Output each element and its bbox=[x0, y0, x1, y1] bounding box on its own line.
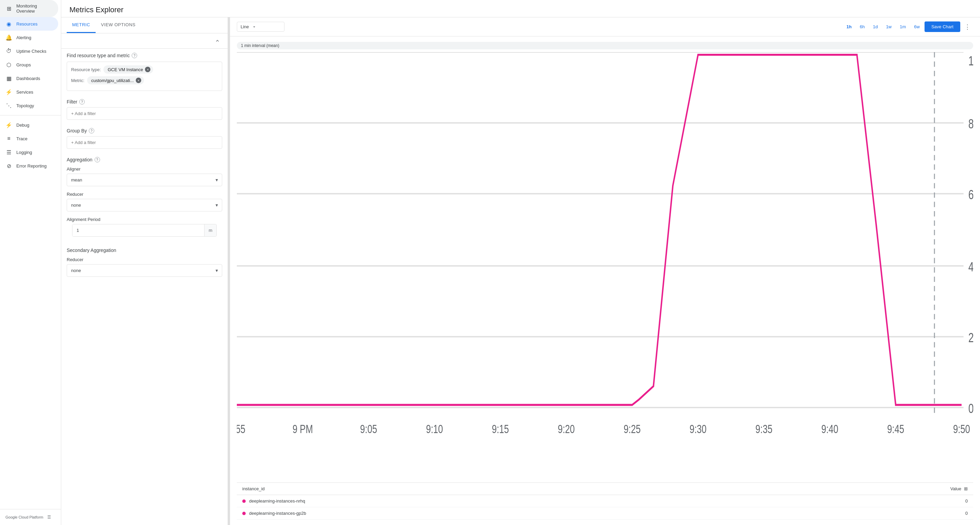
sidebar-item-uptime-checks[interactable]: ⏱ Uptime Checks bbox=[0, 44, 58, 58]
resource-type-row: Resource type: GCE VM Instance × bbox=[71, 65, 218, 73]
reducer-label: Reducer bbox=[67, 191, 222, 197]
legend-dot-1 bbox=[242, 512, 246, 515]
chart-container: 0 20 40 60 80 100 8:5 bbox=[237, 52, 973, 480]
page-header: Metrics Explorer bbox=[61, 0, 980, 18]
sidebar-item-dashboards[interactable]: ▦ Dashboards bbox=[0, 72, 58, 85]
groups-icon: ⬡ bbox=[5, 61, 12, 68]
sidebar-footer: Google Cloud Platform ☰ bbox=[0, 509, 61, 525]
aligner-select[interactable]: mean sum min max bbox=[67, 174, 222, 186]
dashboards-icon: ▦ bbox=[5, 75, 12, 82]
interval-badge: 1 min interval (mean) bbox=[237, 42, 973, 49]
sidebar-item-topology[interactable]: ⋱ Topology bbox=[0, 99, 58, 112]
sidebar-item-monitoring-overview[interactable]: ⊞ Monitoring Overview bbox=[0, 0, 58, 17]
value-header: Value bbox=[950, 486, 961, 491]
sidebar-item-services[interactable]: ⚡ Services bbox=[0, 85, 58, 99]
time-btn-1d[interactable]: 1d bbox=[869, 22, 881, 31]
aggregation-help-icon[interactable]: ? bbox=[95, 157, 100, 163]
google-cloud-logo: Google Cloud Platform bbox=[5, 515, 43, 519]
svg-text:9:40: 9:40 bbox=[821, 422, 838, 436]
legend-name-0: deeplearning-instances-nrhq bbox=[249, 498, 966, 504]
chart-svg: 0 20 40 60 80 100 8:5 bbox=[237, 52, 973, 480]
legend-row-1[interactable]: deeplearning-instances-gp2b 0 bbox=[237, 507, 973, 520]
reducer-section: Reducer none mean sum ▼ bbox=[61, 188, 228, 213]
topology-icon: ⋱ bbox=[5, 102, 12, 109]
svg-text:8:55: 8:55 bbox=[237, 422, 245, 436]
chart-toolbar: Line 1h 6h 1d 1w 1m 6w Save Chart ⋮ bbox=[230, 18, 980, 37]
filter-input[interactable] bbox=[67, 107, 222, 120]
debug-icon: ⚡ bbox=[5, 121, 12, 128]
alignment-period-section: Alignment Period m bbox=[61, 213, 228, 241]
trace-icon: ≡ bbox=[5, 135, 12, 142]
save-chart-button[interactable]: Save Chart bbox=[924, 21, 960, 32]
tab-metric[interactable]: METRIC bbox=[67, 18, 95, 33]
svg-text:9:30: 9:30 bbox=[689, 422, 706, 436]
left-panel: METRIC VIEW OPTIONS Find resource type a… bbox=[61, 18, 228, 525]
svg-text:9:45: 9:45 bbox=[887, 422, 904, 436]
svg-text:9:20: 9:20 bbox=[558, 422, 575, 436]
group-by-input[interactable] bbox=[67, 136, 222, 149]
svg-text:9:15: 9:15 bbox=[492, 422, 509, 436]
home-icon: ⊞ bbox=[5, 5, 12, 12]
group-by-help-icon[interactable]: ? bbox=[89, 128, 94, 134]
alignment-period-unit: m bbox=[204, 224, 216, 236]
resource-type-chip[interactable]: GCE VM Instance × bbox=[103, 65, 153, 73]
svg-text:9:50: 9:50 bbox=[953, 422, 970, 436]
secondary-aggregation-title: Secondary Aggregation bbox=[67, 247, 222, 253]
chart-type-value: Line bbox=[240, 24, 249, 29]
legend-header: instance_id Value ⊞ bbox=[237, 483, 973, 495]
svg-text:20: 20 bbox=[969, 330, 973, 345]
legend-columns-icon[interactable]: ⊞ bbox=[964, 486, 968, 491]
svg-text:40: 40 bbox=[969, 259, 973, 274]
secondary-reducer-select[interactable]: none bbox=[67, 264, 222, 277]
services-icon: ⚡ bbox=[5, 89, 12, 95]
chart-type-arrow-icon bbox=[252, 24, 256, 29]
legend-value-0: 0 bbox=[966, 498, 968, 504]
time-btn-1m[interactable]: 1m bbox=[896, 22, 909, 31]
main-content: Metrics Explorer METRIC VIEW OPTIONS Fin… bbox=[61, 0, 980, 525]
find-metric-help-icon[interactable]: ? bbox=[132, 53, 137, 58]
time-btn-6w[interactable]: 6w bbox=[911, 22, 923, 31]
find-metric-label: Find resource type and metric ? bbox=[67, 53, 222, 58]
time-btn-1h[interactable]: 1h bbox=[843, 22, 855, 31]
sidebar-item-logging[interactable]: ☰ Logging bbox=[0, 145, 58, 159]
legend-table: instance_id Value ⊞ deeplearning-instanc… bbox=[237, 482, 973, 520]
time-btn-1w[interactable]: 1w bbox=[883, 22, 895, 31]
chart-type-select[interactable]: Line bbox=[237, 22, 285, 32]
legend-dot-0 bbox=[242, 499, 246, 503]
uptime-icon: ⏱ bbox=[5, 48, 12, 54]
sidebar-item-groups[interactable]: ⬡ Groups bbox=[0, 58, 58, 72]
alignment-period-input[interactable] bbox=[73, 224, 204, 236]
sidebar: ⊞ Monitoring Overview ◉ Resources 🔔 Aler… bbox=[0, 0, 61, 525]
svg-text:100: 100 bbox=[969, 53, 973, 68]
alignment-period-label: Alignment Period bbox=[67, 217, 222, 222]
collapse-button[interactable] bbox=[213, 36, 222, 46]
metric-chip[interactable]: custom/gpu_utilizati... × bbox=[87, 76, 144, 85]
aligner-section: Aligner mean sum min max ▼ bbox=[61, 165, 228, 188]
sidebar-item-debug[interactable]: ⚡ Debug bbox=[0, 118, 58, 132]
sidebar-item-alerting[interactable]: 🔔 Alerting bbox=[0, 30, 58, 44]
sidebar-item-resources[interactable]: ◉ Resources bbox=[0, 17, 58, 30]
sidebar-item-error-reporting[interactable]: ⊘ Error Reporting bbox=[0, 159, 58, 172]
aligner-label: Aligner bbox=[67, 166, 222, 172]
tab-view-options[interactable]: VIEW OPTIONS bbox=[95, 18, 141, 33]
resource-type-chip-close[interactable]: × bbox=[145, 67, 150, 72]
time-btn-6h[interactable]: 6h bbox=[856, 22, 868, 31]
filter-help-icon[interactable]: ? bbox=[79, 99, 85, 105]
metric-section-header bbox=[61, 34, 228, 49]
chart-area: 1 min interval (mean) 0 20 40 bbox=[230, 37, 980, 525]
filter-section-title: Filter ? bbox=[67, 99, 222, 105]
reducer-dropdown-wrapper: none mean sum ▼ bbox=[67, 199, 222, 211]
metric-chip-close[interactable]: × bbox=[136, 78, 141, 83]
svg-text:0: 0 bbox=[969, 401, 973, 415]
reducer-select[interactable]: none mean sum bbox=[67, 199, 222, 211]
more-options-button[interactable]: ⋮ bbox=[962, 22, 973, 32]
secondary-reducer-section: Reducer none ▼ bbox=[61, 256, 228, 278]
svg-text:9:05: 9:05 bbox=[360, 422, 377, 436]
legend-name-1: deeplearning-instances-gp2b bbox=[249, 511, 966, 516]
aggregation-section-title: Aggregation ? bbox=[67, 157, 222, 163]
sidebar-item-trace[interactable]: ≡ Trace bbox=[0, 132, 58, 145]
legend-row-0[interactable]: deeplearning-instances-nrhq 0 bbox=[237, 495, 973, 507]
metric-selector-card: Resource type: GCE VM Instance × Metric:… bbox=[67, 62, 222, 91]
svg-text:9:35: 9:35 bbox=[756, 422, 772, 436]
group-by-section-title: Group By ? bbox=[67, 128, 222, 134]
